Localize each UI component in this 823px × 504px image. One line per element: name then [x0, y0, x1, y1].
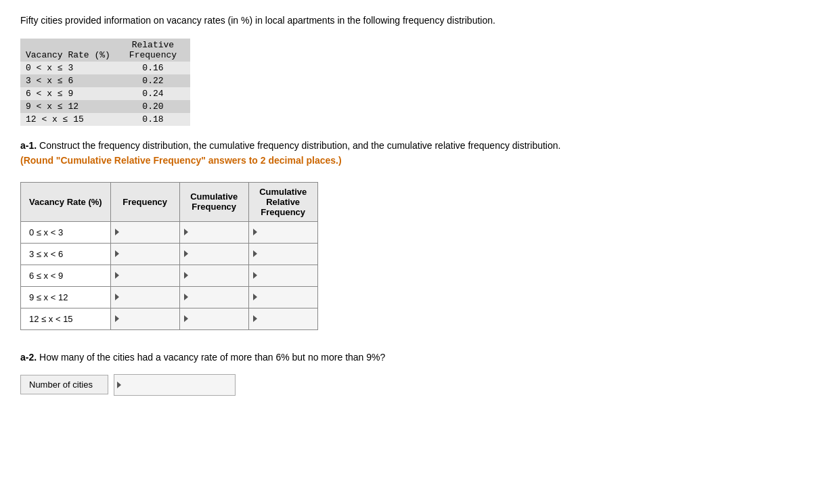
given-range: 12 < x ≤ 15 [20, 113, 124, 126]
part-label: a-1. [20, 140, 37, 151]
cumulative-relative-frequency-input-container [253, 249, 313, 259]
given-range: 9 < x ≤ 12 [20, 100, 124, 113]
given-table-row: 9 < x ≤ 12 0.20 [20, 100, 190, 113]
answer-cumulative-relative-frequency-cell[interactable] [248, 308, 317, 329]
answer-cumulative-frequency-cell[interactable] [179, 243, 248, 265]
given-table-row: 0 < x ≤ 3 0.16 [20, 62, 190, 74]
given-range: 3 < x ≤ 6 [20, 74, 124, 87]
answer-frequency-cell[interactable] [110, 308, 179, 329]
frequency-input-row2[interactable] [121, 271, 175, 281]
answer-frequency-cell[interactable] [110, 265, 179, 286]
cumulative-frequency-input-row3[interactable] [190, 292, 244, 302]
cumulative-frequency-arrow-2 [184, 272, 188, 279]
given-value: 0.20 [124, 100, 190, 113]
answer-cumulative-frequency-cell[interactable] [179, 286, 248, 308]
cumulative-frequency-input-container [184, 227, 244, 237]
a2-input-label: Number of cities [20, 375, 108, 394]
answer-cumulative-frequency-cell[interactable] [179, 265, 248, 286]
ans-col1-header: Vacancy Rate (%) [21, 182, 111, 221]
given-range: 6 < x ≤ 9 [20, 87, 124, 100]
a2-section: a-2. How many of the cities had a vacanc… [20, 350, 803, 396]
cumulative-relative-frequency-input-row3[interactable] [259, 292, 313, 302]
answer-table-row: 12 ≤ x < 15 [21, 308, 318, 329]
cumulative-frequency-arrow-4 [184, 315, 188, 322]
cumulative-relative-frequency-arrow-4 [253, 315, 257, 322]
answer-range-cell: 9 ≤ x < 12 [21, 286, 111, 308]
answer-frequency-cell[interactable] [110, 243, 179, 265]
cumulative-relative-frequency-input-row0[interactable] [259, 227, 313, 237]
answer-cumulative-relative-frequency-cell[interactable] [248, 243, 317, 265]
frequency-arrow-3 [115, 294, 119, 300]
answer-cumulative-frequency-cell[interactable] [179, 221, 248, 243]
cumulative-relative-frequency-input-container [253, 292, 313, 302]
answer-cumulative-relative-frequency-cell[interactable] [248, 221, 317, 243]
ans-col2-header: Frequency [110, 182, 179, 221]
cumulative-frequency-input-container [184, 249, 244, 259]
a2-question-text: How many of the cities had a vacancy rat… [39, 352, 385, 363]
answer-table-row: 3 ≤ x < 6 [21, 243, 318, 265]
cumulative-relative-frequency-input-row4[interactable] [259, 314, 313, 324]
answer-range-cell: 12 ≤ x < 15 [21, 308, 111, 329]
answer-table-row: 0 ≤ x < 3 [21, 221, 318, 243]
cumulative-frequency-input-container [184, 292, 244, 302]
given-table-row: 6 < x ≤ 9 0.24 [20, 87, 190, 100]
given-range: 0 < x ≤ 3 [20, 62, 124, 74]
answer-table-row: 6 ≤ x < 9 [21, 265, 318, 286]
answer-cumulative-relative-frequency-cell[interactable] [248, 286, 317, 308]
given-value: 0.18 [124, 113, 190, 126]
a2-input-box[interactable] [114, 374, 236, 396]
frequency-input-container [115, 227, 175, 237]
frequency-input-container [115, 314, 175, 324]
cumulative-frequency-input-row0[interactable] [190, 227, 244, 237]
cumulative-frequency-arrow-1 [184, 250, 188, 257]
frequency-input-container [115, 271, 175, 281]
answer-table-row: 9 ≤ x < 12 [21, 286, 318, 308]
cumulative-relative-frequency-arrow-2 [253, 272, 257, 279]
a2-label: a-2. [20, 352, 37, 363]
answer-table: Vacancy Rate (%) Frequency CumulativeFre… [20, 182, 318, 330]
frequency-input-row4[interactable] [121, 314, 175, 324]
given-col1-header: Vacancy Rate (%) [20, 39, 124, 62]
frequency-input-row0[interactable] [121, 227, 175, 237]
answer-cumulative-frequency-cell[interactable] [179, 308, 248, 329]
cumulative-relative-frequency-input-container [253, 271, 313, 281]
frequency-arrow-0 [115, 229, 119, 235]
cumulative-relative-frequency-input-container [253, 227, 313, 237]
cumulative-relative-frequency-input-row2[interactable] [259, 271, 313, 281]
cumulative-frequency-input-row1[interactable] [190, 249, 244, 259]
cumulative-frequency-arrow-0 [184, 229, 188, 235]
given-col2-header: Relative Frequency [124, 39, 190, 62]
ans-col4-header: CumulativeRelativeFrequency [248, 182, 317, 221]
cumulative-frequency-input-container [184, 314, 244, 324]
frequency-arrow-1 [115, 250, 119, 257]
instruction-text1: Construct the frequency distribution, th… [39, 140, 560, 151]
given-table-row: 12 < x ≤ 15 0.18 [20, 113, 190, 126]
a2-input-row: Number of cities [20, 374, 803, 396]
number-of-cities-input[interactable] [123, 380, 232, 390]
answer-frequency-cell[interactable] [110, 221, 179, 243]
instruction-text2: (Round "Cumulative Relative Frequency" a… [20, 155, 342, 166]
instructions: a-1. Construct the frequency distributio… [20, 138, 803, 168]
frequency-arrow-4 [115, 315, 119, 322]
frequency-arrow-2 [115, 272, 119, 279]
cumulative-relative-frequency-input-row1[interactable] [259, 249, 313, 259]
answer-range-cell: 0 ≤ x < 3 [21, 221, 111, 243]
given-value: 0.24 [124, 87, 190, 100]
frequency-input-container [115, 249, 175, 259]
cumulative-relative-frequency-arrow-3 [253, 294, 257, 300]
a2-input-arrow [117, 382, 121, 388]
intro-text: Fifty cities provided information on vac… [20, 14, 803, 28]
cumulative-relative-frequency-arrow-1 [253, 250, 257, 257]
given-value: 0.16 [124, 62, 190, 74]
cumulative-frequency-input-row4[interactable] [190, 314, 244, 324]
frequency-input-row3[interactable] [121, 292, 175, 302]
cumulative-frequency-input-row2[interactable] [190, 271, 244, 281]
frequency-input-row1[interactable] [121, 249, 175, 259]
cumulative-relative-frequency-input-container [253, 314, 313, 324]
given-table-row: 3 < x ≤ 6 0.22 [20, 74, 190, 87]
ans-col3-header: CumulativeFrequency [179, 182, 248, 221]
a2-question: a-2. How many of the cities had a vacanc… [20, 350, 803, 365]
answer-cumulative-relative-frequency-cell[interactable] [248, 265, 317, 286]
answer-frequency-cell[interactable] [110, 286, 179, 308]
cumulative-frequency-arrow-3 [184, 294, 188, 300]
